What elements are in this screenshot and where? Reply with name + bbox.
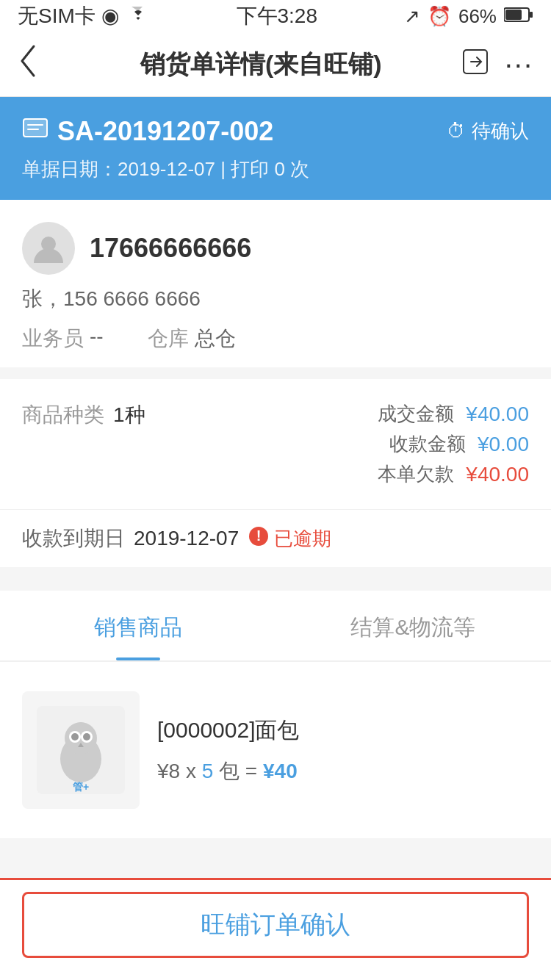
clock-icon: ⏱ — [447, 120, 466, 143]
salesperson-value: -- — [90, 325, 104, 353]
battery-icon — [504, 5, 533, 28]
nav-title: 销货单详情(来自旺铺) — [140, 48, 382, 82]
product-qty: 5 — [202, 760, 214, 782]
summary-section: 商品种类 1种 成交金额 ¥40.00 收款金额 ¥0.00 本单欠款 ¥40.… — [0, 379, 551, 509]
equals-sign: = — [245, 760, 263, 782]
divider-1 — [0, 367, 551, 379]
svg-rect-2 — [530, 12, 533, 18]
deal-amount-value: ¥40.00 — [466, 403, 529, 426]
svg-text:!: ! — [256, 527, 262, 544]
receipt-amount-row: 收款金额 ¥0.00 — [389, 431, 529, 457]
overdue-icon: ! — [248, 525, 270, 552]
order-number-icon — [22, 115, 48, 148]
due-date-section: 收款到期日 2019-12-07 ! 已逾期 — [0, 509, 551, 567]
nav-actions: ··· — [461, 47, 533, 82]
order-header: SA-20191207-002 ⏱ 待确认 单据日期：2019-12-07 | … — [0, 97, 551, 200]
multiply-sign: x — [186, 760, 202, 782]
customer-meta: 业务员 -- 仓库 总仓 — [22, 325, 529, 353]
status-time: 下午3:28 — [237, 2, 318, 30]
order-number: SA-20191207-002 — [22, 115, 273, 148]
owe-amount-label: 本单欠款 — [378, 461, 454, 487]
product-item: 管+ [0000002]面包 ¥8 x 5 包 = ¥40 — [22, 677, 529, 824]
tabs-section: 销售商品 结算&物流等 — [0, 591, 551, 662]
product-name: [0000002]面包 — [157, 716, 529, 746]
bottom-bar: 旺铺订单确认 — [0, 878, 551, 980]
tab-products[interactable]: 销售商品 — [0, 591, 276, 660]
alarm-icon: ⏰ — [428, 5, 451, 28]
owe-amount-row: 本单欠款 ¥40.00 — [378, 461, 529, 487]
salesperson-field: 业务员 -- — [22, 325, 104, 353]
product-price-row: ¥8 x 5 包 = ¥40 — [157, 757, 529, 785]
unit: 包 — [219, 760, 240, 782]
status-bar-right: ↗ ⏰ 66% — [404, 5, 533, 28]
divider-2 — [0, 567, 551, 579]
product-list: 管+ [0000002]面包 ¥8 x 5 包 = ¥40 — [0, 662, 551, 838]
owe-amount-value: ¥40.00 — [466, 463, 529, 486]
nav-bar: 销货单详情(来自旺铺) ··· — [0, 32, 551, 97]
wifi-icon — [126, 4, 150, 28]
svg-point-14 — [83, 733, 90, 741]
warehouse-value: 总仓 — [195, 325, 236, 353]
more-icon[interactable]: ··· — [505, 48, 533, 81]
back-button[interactable] — [18, 43, 62, 85]
order-date: 单据日期：2019-12-07 | 打印 0 次 — [22, 156, 529, 182]
location-icon: ↗ — [404, 5, 420, 28]
product-total: ¥40 — [263, 760, 298, 782]
summary-right: 成交金额 ¥40.00 收款金额 ¥0.00 本单欠款 ¥40.00 — [378, 401, 529, 487]
product-thumbnail: 管+ — [22, 691, 140, 809]
product-info: [0000002]面包 ¥8 x 5 包 = ¥40 — [157, 691, 529, 809]
customer-avatar — [22, 222, 75, 275]
confirm-order-button[interactable]: 旺铺订单确认 — [22, 892, 529, 958]
svg-rect-1 — [505, 10, 522, 20]
deal-amount-row: 成交金额 ¥40.00 — [378, 401, 529, 427]
warehouse-label: 仓库 — [148, 325, 189, 353]
svg-text:管+: 管+ — [73, 781, 89, 793]
receipt-amount-value: ¥0.00 — [478, 433, 529, 456]
carrier-text: 无SIM卡 ◉ — [18, 2, 119, 30]
salesperson-label: 业务员 — [22, 325, 84, 353]
status-bar: 无SIM卡 ◉ 下午3:28 ↗ ⏰ 66% — [0, 0, 551, 32]
battery-text: 66% — [458, 5, 497, 28]
overdue-badge: ! 已逾期 — [248, 525, 331, 552]
overdue-text: 已逾期 — [274, 526, 331, 552]
price-unit: ¥8 — [157, 760, 180, 782]
svg-rect-4 — [24, 119, 47, 137]
status-bar-left: 无SIM卡 ◉ — [18, 2, 150, 30]
receipt-amount-label: 收款金额 — [389, 431, 466, 457]
product-type-label: 商品种类 — [22, 401, 104, 429]
svg-point-13 — [71, 733, 79, 741]
customer-name: 张，156 6666 6666 — [22, 285, 529, 313]
due-date-label: 收款到期日 — [22, 525, 125, 552]
product-type-value: 1种 — [113, 401, 145, 429]
deal-amount-label: 成交金额 — [378, 401, 454, 427]
order-status: ⏱ 待确认 — [447, 118, 529, 144]
tab-settlement[interactable]: 结算&物流等 — [276, 591, 551, 660]
share-icon[interactable] — [461, 47, 490, 82]
summary-left: 商品种类 1种 — [22, 401, 145, 429]
warehouse-field: 仓库 总仓 — [148, 325, 236, 353]
due-date-value: 2019-12-07 — [134, 527, 239, 550]
customer-section: 17666666666 张，156 6666 6666 业务员 -- 仓库 总仓 — [0, 200, 551, 367]
customer-phone: 17666666666 — [90, 233, 251, 264]
